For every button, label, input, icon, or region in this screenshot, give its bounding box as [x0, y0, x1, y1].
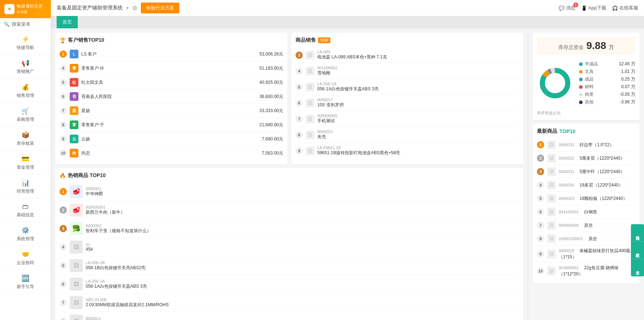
- rank-num-3: 3: [295, 52, 303, 59]
- rank-item: 5 红 红太阳文具 40,925.00元: [60, 75, 283, 90]
- prod-img-4b: 🖼: [306, 67, 314, 75]
- latest-item-6: 6 🖼 004100001 白钢垫: [537, 205, 635, 219]
- nav-inventory[interactable]: 📦 库存核算: [0, 127, 51, 151]
- nav-system[interactable]: ⚙️ 系统管理: [0, 222, 51, 246]
- legend-dot-other: [579, 100, 583, 104]
- latest-name-8: 原垒: [588, 236, 597, 241]
- legend-dot-finished: [579, 78, 583, 81]
- prod-rank-item: 8 🖼 0000021 夹壳: [295, 127, 519, 143]
- hot-prod-code-2: 000500001: [86, 205, 125, 209]
- sales-icon: 💰: [21, 83, 29, 91]
- float-btn-service[interactable]: 客服热线: [631, 224, 644, 242]
- latest-name-1: 封边带（1.0*22）: [579, 142, 614, 147]
- app-download-label: App下载: [588, 5, 606, 11]
- float-buttons: 客服热线 服务社区 直播: [631, 224, 644, 276]
- hot-rank-3: 3: [60, 225, 67, 232]
- legend-material: 材料 0.07 万: [579, 83, 635, 91]
- hot-prod-name-1: 中华神爵: [86, 191, 103, 197]
- hot-prod-name-6: 056-1A白色按键开关盖ABS 3壳: [86, 283, 147, 290]
- nav-cooperation[interactable]: 🤝 企业协同: [0, 246, 51, 270]
- latest-products-title: 最新商品 TOP10: [537, 128, 635, 135]
- latest-code-10: 003800001: [559, 266, 583, 270]
- legend-meat: 肉类 -0.05 万: [579, 91, 635, 98]
- legend-other: 其他 -3.86 万: [579, 98, 635, 106]
- rank-name-4: 零售客户·许: [81, 65, 257, 71]
- donut-chart: [537, 65, 573, 101]
- prod-name-3: 电池盖 LA-089 ABS本色+黑种 7.1克: [317, 54, 519, 60]
- latest-code-8: 10000100001: [559, 237, 587, 241]
- gear-icon[interactable]: ⚙: [132, 5, 137, 12]
- rank-num-8b: 8: [295, 131, 303, 139]
- hot-prod-name-5: 056-1B白色按键开关壳ABS2壳: [86, 265, 146, 271]
- nav-finance[interactable]: 💳 资金管理: [0, 151, 51, 175]
- rank-value-4: 51,183.00元: [260, 65, 283, 71]
- latest-item-5: 5 🖼 0000029 18颗粒板（1220*2440）: [537, 192, 635, 205]
- inventory-title: 库存总资金: [558, 44, 584, 50]
- legend-value-finished: 0.25 万: [621, 76, 635, 82]
- prod-img-9b: 🖼: [306, 147, 314, 155]
- latest-top-label: TOP10: [559, 128, 575, 134]
- prod-code-9b: LA-59651-1B: [317, 145, 519, 150]
- hot-prod-name-2: 新西兰牛肉（新牛）: [86, 209, 125, 216]
- trial-button[interactable]: 体验行业方案: [141, 3, 179, 13]
- latest-code-1: 0000033: [559, 143, 578, 147]
- nav-operations[interactable]: 📊 经营管理: [0, 175, 51, 198]
- hot-prod-code-6: LA-056-1A: [86, 279, 147, 283]
- hot-rank-7: 7: [60, 299, 67, 306]
- nav-basic-info[interactable]: 🗃 基础信息: [0, 198, 51, 222]
- prod-code-4b: 001000002: [317, 66, 519, 70]
- topbar-right: 💬 消息 6 📱 App下载 🎧 在线客服: [559, 5, 638, 11]
- hot-prod-code-4: 01: [86, 242, 93, 247]
- legend-dot-stationery: [579, 70, 583, 74]
- rank-avatar-1: L: [70, 50, 78, 58]
- message-button[interactable]: 💬 消息 6: [559, 5, 575, 11]
- top-badge: TOP: [318, 37, 330, 43]
- prod-img-5b: 🖼: [306, 83, 314, 91]
- nav-sales[interactable]: 💰 销售管理: [0, 79, 51, 103]
- rank-avatar-10: 尚: [70, 149, 78, 157]
- customer-rank-label: 客户销售TOP10: [68, 37, 104, 44]
- rank-name-1: LS 客户: [81, 51, 257, 57]
- tab-home[interactable]: 首页: [57, 16, 78, 28]
- hot-prod-code-5: LA-056-1B: [86, 260, 146, 265]
- hot-products-label: 热销商品 TOP10: [68, 172, 106, 179]
- rank-value-5: 40,925.00元: [260, 79, 283, 86]
- prod-code-6b: 0000017: [317, 98, 519, 102]
- legend-dot-material: [579, 85, 583, 89]
- rank-item: 6 苍 苍南县人民医院 36,600.00元: [60, 90, 283, 104]
- phone-icon: 📱: [581, 5, 587, 11]
- prod-img-8b: 🖼: [306, 131, 314, 139]
- online-service-button[interactable]: 🎧 在线客服: [612, 5, 638, 11]
- hot-prod-info-4: 01 45#: [86, 242, 93, 252]
- nav-operations-label: 经营管理: [17, 188, 34, 194]
- page-tabs: 首页: [51, 16, 644, 28]
- hot-rank-1: 1: [60, 188, 67, 195]
- rank-avatar-6: 苍: [70, 92, 78, 101]
- latest-item-3: 3 🖼 0000031 5厘中纤（1220*2440）: [537, 165, 635, 179]
- latest-code-7: 000800008: [559, 223, 583, 227]
- nav-purchase[interactable]: 🛒 采购管理: [0, 103, 51, 127]
- latest-img-10: 🖼: [547, 267, 556, 275]
- legend-dot-semifinished: [579, 62, 583, 66]
- logo-sub: 标准版: [17, 9, 43, 15]
- quick-icon: ⚡: [21, 35, 29, 43]
- trophy-icon: 🏆: [60, 37, 66, 43]
- prod-code-7b: 000800005: [317, 114, 519, 118]
- search-menu[interactable]: 🔍 搜索菜单: [0, 18, 51, 31]
- app-download-button[interactable]: 📱 App下载: [581, 5, 606, 11]
- nav-marketing[interactable]: 📢 营销推广: [0, 55, 51, 79]
- nav-guide[interactable]: 🆕 新手引导: [0, 270, 51, 294]
- prod-rank-item: 7 🖼 000800005 手机测试: [295, 111, 519, 127]
- legend-label-other: 其他: [585, 99, 617, 105]
- hot-prod-code-7: NB2.0X30B: [86, 298, 169, 302]
- nav-quick[interactable]: ⚡ 快捷导航: [0, 31, 51, 55]
- latest-item-1: 1 🖼 0000033 封边带（1.0*22）: [537, 138, 635, 152]
- message-icon: 💬: [559, 5, 564, 11]
- rank-avatar-4: 零: [70, 64, 78, 73]
- hot-prod-info-7: NB2.0X30B 2.0X30MM双搓花轴搓花直径2.1MM/ROHS: [86, 298, 169, 308]
- product-sales-list: 3 🖼 LA-089 电池盖 LA-089 ABS本色+黑种 7.1克 4 🖼: [295, 47, 519, 159]
- hot-img-5: 🖼: [70, 259, 83, 272]
- float-btn-community[interactable]: 服务社区: [631, 242, 644, 259]
- float-btn-live[interactable]: 直播: [631, 259, 644, 276]
- right-panel: 库存总资金 9.88 万: [528, 28, 644, 320]
